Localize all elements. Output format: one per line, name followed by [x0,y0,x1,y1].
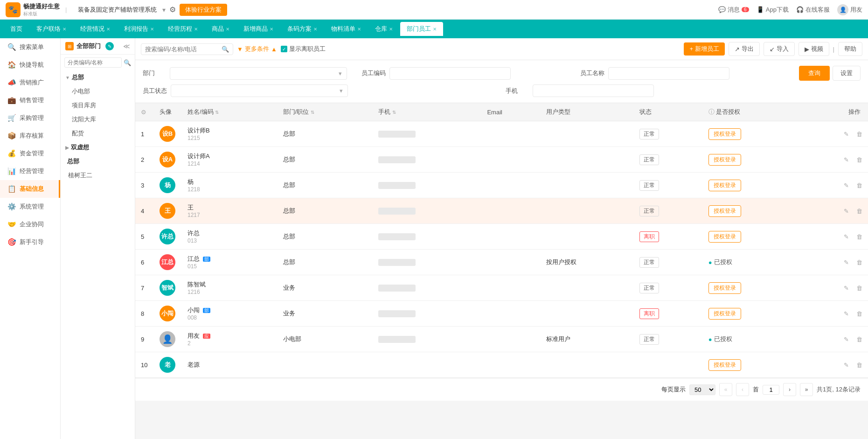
tab-history[interactable]: 经营历程 ✕ [161,22,204,36]
last-page-btn[interactable]: » [800,383,813,396]
reset-btn[interactable]: 设置 [833,66,861,81]
tab-goods[interactable]: 商品 ✕ [205,22,236,36]
sidebar-item-system[interactable]: ⚙️ 系统管理 [0,198,60,216]
tab-bom-close[interactable]: ✕ [357,27,361,32]
sidebar-item-guide[interactable]: 🎯 新手引导 [0,233,60,251]
auth-btn-10[interactable]: 授权登录 [708,359,741,371]
dept-group-shuangxuxiang[interactable]: ▶ 双虚想 [61,140,135,154]
delete-icon-7[interactable]: 🗑 [856,285,862,292]
dept-search-icon[interactable]: 🔍 [124,59,131,66]
tab-new-goods[interactable]: 新增商品 ✕ [237,22,280,36]
sidebar-item-basic[interactable]: 📋 基础信息 [0,180,60,198]
sidebar-item-marketing[interactable]: 📣 营销推广 [0,74,60,91]
tab-profit-close[interactable]: ✕ [150,27,154,32]
col-dept-pos[interactable]: 部门/职位 ⇅ [278,103,373,121]
sort-name-icon[interactable]: ⇅ [215,110,219,115]
tab-customer-close[interactable]: ✕ [62,27,66,32]
trial-button[interactable]: 体验行业方案 [180,4,227,16]
delete-icon-5[interactable]: 🗑 [856,233,862,240]
dept-search-input[interactable] [64,57,122,68]
col-settings[interactable]: ⚙ [135,103,154,121]
import-btn[interactable]: ↙ 导入 [764,42,795,56]
settings-icon[interactable]: ⚙ [169,5,176,14]
tab-goods-close[interactable]: ✕ [226,27,229,32]
tab-warehouse-close[interactable]: ✕ [389,27,393,32]
app-download-btn[interactable]: 📱 App下载 [757,6,789,14]
dept-edit-icon[interactable]: ✎ [105,42,114,50]
sidebar-item-nav[interactable]: 🏠 快捷导航 [0,56,60,74]
auth-btn-7[interactable]: 授权登录 [708,282,741,294]
more-filter-btn[interactable]: ▼ 更多条件 ▲ [237,45,277,53]
help-btn[interactable]: 帮助 [838,42,862,56]
add-employee-btn[interactable]: + 新增员工 [684,42,724,56]
auth-btn-1[interactable]: 授权登录 [708,128,741,140]
message-btn[interactable]: 💬 消息 6 [718,6,749,14]
per-page-select[interactable]: 50 100 200 [689,384,715,395]
filter-code-input[interactable] [389,67,511,80]
first-page-btn[interactable]: « [719,383,732,396]
page-number-input[interactable] [763,385,779,395]
tab-new-goods-close[interactable]: ✕ [270,27,273,32]
delete-icon-2[interactable]: 🗑 [856,156,862,163]
tab-employees[interactable]: 部门员工 ✕ [400,22,443,36]
sidebar-item-management[interactable]: 📊 经营管理 [0,162,60,180]
tab-operation-close[interactable]: ✕ [106,27,110,32]
tab-customer[interactable]: 客户联络 ✕ [30,22,73,36]
prev-page-btn[interactable]: ‹ [736,383,749,396]
tab-barcode-close[interactable]: ✕ [313,27,317,32]
dept-item-shenyang[interactable]: 沈阳大库 [61,112,135,126]
sidebar-item-collab[interactable]: 🤝 企业协同 [0,216,60,233]
edit-icon-1[interactable]: ✎ [844,131,849,138]
filter-status-select[interactable]: ▾ [171,84,348,97]
filter-phone-input[interactable] [533,84,654,97]
dept-item-project[interactable]: 项目库房 [61,98,135,112]
user-btn[interactable]: 👤 用友 [837,4,862,15]
tab-operation[interactable]: 经营情况 ✕ [74,22,117,36]
all-dept-header[interactable]: ⊞ 全部部门 ✎ ≪ [61,38,135,55]
search-submit-icon[interactable]: 🔍 [222,46,229,53]
search-input[interactable] [145,46,220,53]
filter-dept-select[interactable]: ▾ [170,67,347,80]
delete-icon-9[interactable]: 🗑 [856,336,862,343]
tab-employees-close[interactable]: ✕ [433,27,437,32]
dept-item-zhishu[interactable]: 植树王二 [61,168,135,182]
sort-phone-icon[interactable]: ⇅ [392,110,396,115]
sidebar-item-search[interactable]: 🔍 搜索菜单 [0,38,60,56]
delete-icon-3[interactable]: 🗑 [856,182,862,189]
sidebar-item-inventory[interactable]: 📦 库存核算 [0,127,60,145]
edit-icon-7[interactable]: ✎ [844,285,849,292]
edit-icon-5[interactable]: ✎ [844,233,849,240]
delete-icon-8[interactable]: 🗑 [856,310,862,317]
tab-profit[interactable]: 利润报告 ✕ [118,22,160,36]
online-service-btn[interactable]: 🎧 在线客服 [796,6,830,14]
tab-bom[interactable]: 物料清单 ✕ [325,22,368,36]
video-btn[interactable]: ▶ 视频 [799,42,829,56]
edit-icon-2[interactable]: ✎ [844,156,849,163]
tab-history-close[interactable]: ✕ [194,27,198,32]
auth-btn-8[interactable]: 授权登录 [708,308,741,320]
tab-barcode[interactable]: 条码方案 ✕ [281,22,324,36]
delete-icon-4[interactable]: 🗑 [856,208,862,215]
edit-icon-10[interactable]: ✎ [844,362,849,369]
edit-icon-4[interactable]: ✎ [844,208,849,215]
sidebar-item-finance[interactable]: 💰 资金管理 [0,145,60,162]
sidebar-item-sales[interactable]: 💼 销售管理 [0,91,60,109]
edit-icon-9[interactable]: ✎ [844,336,849,343]
auth-btn-3[interactable]: 授权登录 [708,180,741,191]
dept-item-peihuo[interactable]: 配货 [61,126,135,140]
col-name-code[interactable]: 姓名/编码 ⇅ [182,103,278,121]
edit-icon-6[interactable]: ✎ [844,259,849,266]
tab-home[interactable]: 首页 [4,22,29,36]
show-resigned-toggle[interactable]: ✓ 显示离职员工 [281,45,326,53]
delete-icon-1[interactable]: 🗑 [856,131,862,138]
delete-icon-10[interactable]: 🗑 [856,362,862,369]
next-page-btn[interactable]: › [783,383,796,396]
sort-dept-icon[interactable]: ⇅ [311,110,314,115]
edit-icon-8[interactable]: ✎ [844,310,849,317]
system-title-dropdown[interactable]: ▾ [162,6,166,14]
collapse-btn[interactable]: ≪ [123,42,130,50]
dept-group-headquarters[interactable]: ▼ 总部 [61,70,135,84]
filter-name-input[interactable] [608,67,729,80]
auth-btn-2[interactable]: 授权登录 [708,154,741,166]
query-btn[interactable]: 查询 [799,66,830,81]
